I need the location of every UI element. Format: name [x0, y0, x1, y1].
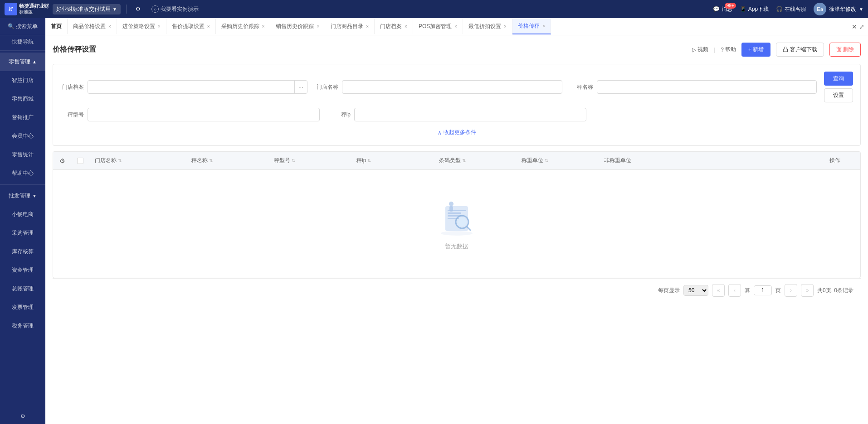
next-page-btn[interactable]: ›	[785, 284, 797, 297]
collapse-button[interactable]: ∧ 收起更多条件	[438, 127, 476, 138]
sidebar-item-retail-label: 零售管理	[9, 58, 30, 66]
sort-icon-barcode[interactable]: ⇅	[462, 158, 466, 163]
sort-icon-scale-model[interactable]: ⇅	[292, 158, 295, 163]
store-name-label: 门店名称	[315, 83, 338, 91]
tab-store-archive-close[interactable]: ×	[405, 24, 407, 29]
tab-min-discount-close[interactable]: ×	[504, 24, 507, 29]
demo-link[interactable]: ○ 我要看实例演示	[151, 5, 199, 13]
query-button[interactable]: 查询	[824, 72, 853, 86]
store-name-input[interactable]	[342, 80, 562, 94]
search-row-1: 门店档案 ··· 门店名称 秤名称	[60, 72, 853, 102]
help-link[interactable]: ? 帮助	[721, 46, 736, 53]
tab-store-archive[interactable]: 门店档案 ×	[375, 19, 413, 34]
tab-purchase-history-close[interactable]: ×	[262, 24, 265, 29]
action-divider: |	[714, 46, 715, 53]
sidebar-item-help[interactable]: 帮助中心	[0, 164, 45, 183]
sidebar-item-ledger[interactable]: 总账管理	[0, 279, 45, 298]
last-page-btn[interactable]: »	[801, 284, 814, 297]
sort-icon-store[interactable]: ⇅	[118, 158, 122, 163]
first-icon: «	[717, 287, 720, 294]
tab-sell-extract[interactable]: 售价提取设置 ×	[166, 19, 216, 34]
tab-price-transfer-close[interactable]: ×	[542, 24, 545, 29]
empty-illustration	[434, 197, 479, 237]
close-all-icon[interactable]: ✕	[852, 23, 857, 30]
tab-sales-history[interactable]: 销售历史价跟踪 ×	[270, 19, 325, 34]
th-weight-unit-label: 称重单位	[522, 157, 543, 164]
settings-icon: ⚙	[20, 413, 25, 419]
tab-pos-encrypt[interactable]: POS加密管理 ×	[413, 19, 463, 34]
th-settings[interactable]: ⚙	[53, 154, 71, 168]
tab-min-discount[interactable]: 最低折扣设置 ×	[463, 19, 512, 34]
scale-ip-input[interactable]	[354, 108, 586, 121]
tab-sell-extract-close[interactable]: ×	[207, 24, 210, 29]
tab-price-settings[interactable]: 商品价格设置 ×	[68, 19, 117, 34]
tab-price-settings-close[interactable]: ×	[108, 24, 111, 29]
video-icon: ▷	[692, 47, 696, 53]
message-btn[interactable]: 💬 消息 99+	[713, 5, 732, 13]
th-scale-ip-label: 秤ip	[356, 157, 366, 164]
gear-icon: ⚙	[136, 6, 141, 12]
first-page-btn[interactable]: «	[712, 284, 725, 297]
sidebar-item-retail[interactable]: 零售管理 ▲	[0, 53, 45, 71]
tab-purchase-history[interactable]: 采购历史价跟踪 ×	[216, 19, 271, 34]
sidebar-item-smart-store[interactable]: 智慧门店	[0, 71, 45, 90]
sidebar-item-finance[interactable]: 资金管理	[0, 261, 45, 279]
store-archive-input[interactable]	[88, 82, 294, 92]
collapse-row: ∧ 收起更多条件	[60, 127, 853, 138]
prev-page-btn[interactable]: ‹	[728, 284, 741, 297]
sort-icon-scale-name[interactable]: ⇅	[209, 158, 213, 163]
user-menu[interactable]: Ea 徐泽华修改 ▼	[814, 3, 863, 15]
sidebar-item-tax-label: 税务管理	[12, 322, 34, 330]
sidebar-quick-nav[interactable]: 快捷导航	[0, 35, 45, 48]
expand-icon[interactable]: ⤢	[859, 23, 864, 30]
tab-pos-encrypt-close[interactable]: ×	[454, 24, 457, 29]
th-weight-unit: 称重单位 ⇅	[516, 153, 599, 168]
page-input[interactable]	[754, 285, 772, 295]
scale-model-input[interactable]	[88, 108, 320, 121]
table-settings-icon[interactable]: ⚙	[59, 157, 65, 164]
sidebar-item-inventory[interactable]: 库存核算	[0, 242, 45, 261]
tab-sales-history-close[interactable]: ×	[317, 24, 319, 29]
svg-rect-10	[449, 206, 453, 212]
sort-icon-scale-ip[interactable]: ⇅	[367, 158, 371, 163]
sidebar-item-purchase[interactable]: 采购管理	[0, 224, 45, 242]
scale-name-input[interactable]	[597, 80, 817, 94]
sidebar-search[interactable]: 🔍 搜索菜单	[0, 18, 45, 35]
tab-cost-strategy[interactable]: 进价策略设置 ×	[117, 19, 166, 34]
th-action-label: 操作	[829, 157, 840, 164]
sort-icon-weight[interactable]: ⇅	[545, 158, 548, 163]
online-service-btn[interactable]: 🎧 在线客服	[776, 5, 806, 13]
sidebar-item-wholesale[interactable]: 批发管理 ▼	[0, 187, 45, 205]
sidebar-item-tax[interactable]: 税务管理	[0, 317, 45, 335]
sidebar-item-retail-mall-label: 零售商城	[12, 95, 34, 103]
quick-nav-label: 快捷导航	[12, 39, 34, 45]
th-checkbox[interactable]	[71, 154, 89, 168]
sidebar-item-invoice[interactable]: 发票管理	[0, 298, 45, 317]
th-non-weight-unit-label: 非称重单位	[604, 157, 631, 164]
tab-cost-strategy-close[interactable]: ×	[158, 24, 161, 29]
sidebar-item-retail-stats[interactable]: 零售统计	[0, 145, 45, 164]
add-button[interactable]: + 新增	[741, 43, 770, 57]
sidebar-item-marketing[interactable]: 营销推广	[0, 108, 45, 127]
store-archive-btn[interactable]: ···	[294, 81, 307, 93]
settings-btn[interactable]: ⚙	[132, 5, 144, 14]
tab-price-transfer[interactable]: 价格传秤 ×	[512, 19, 551, 34]
tab-store-catalog-close[interactable]: ×	[366, 24, 369, 29]
video-link[interactable]: ▷ 视频	[692, 46, 708, 53]
collapse-label: 收起更多条件	[444, 129, 476, 136]
download-button[interactable]: 凸 客户端下载	[776, 43, 824, 57]
form-item-scale-name: 秤名称	[570, 80, 817, 94]
select-all-checkbox[interactable]	[77, 158, 83, 164]
tab-home[interactable]: 首页	[45, 19, 68, 34]
product-select[interactable]: 好业财标准版交付试用 ▼	[53, 4, 121, 14]
last-icon: »	[806, 287, 809, 294]
settings-form-button[interactable]: 设置	[824, 88, 853, 102]
tab-store-catalog[interactable]: 门店商品目录 ×	[325, 19, 375, 34]
delete-button[interactable]: 面 删除	[829, 43, 861, 57]
sidebar-item-ecommerce[interactable]: 小畅电商	[0, 205, 45, 224]
page-size-select[interactable]: 50 10 20 100	[683, 285, 708, 296]
sidebar-settings[interactable]: ⚙	[0, 409, 45, 424]
sidebar-item-retail-mall[interactable]: 零售商城	[0, 90, 45, 108]
sidebar-item-member[interactable]: 会员中心	[0, 127, 45, 145]
app-download-btn[interactable]: 📱 App下载	[740, 5, 769, 13]
